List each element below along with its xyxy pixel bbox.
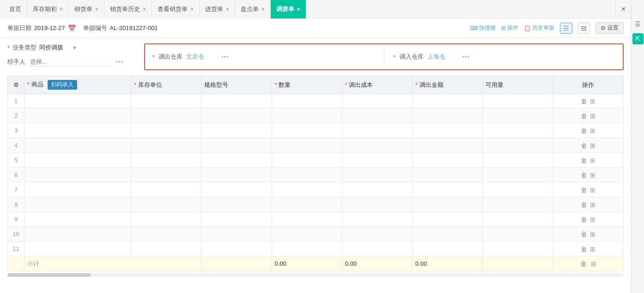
row-spec-6[interactable] bbox=[201, 168, 272, 183]
row-spec-11[interactable] bbox=[201, 242, 272, 256]
copy-icon-4[interactable]: ⊞ bbox=[590, 142, 595, 149]
row-qty-4[interactable] bbox=[272, 138, 342, 153]
row-cost-4[interactable] bbox=[342, 138, 412, 153]
copy-icon-11[interactable]: ⊞ bbox=[590, 245, 595, 253]
scrollbar-thumb[interactable] bbox=[7, 273, 91, 277]
row-unit-11[interactable] bbox=[131, 242, 201, 256]
row-available-6[interactable] bbox=[483, 168, 553, 183]
row-available-10[interactable] bbox=[483, 227, 553, 242]
row-qty-6[interactable] bbox=[272, 168, 342, 183]
close-purchase-order[interactable]: × bbox=[226, 6, 229, 12]
copy-icon-10[interactable]: ⊞ bbox=[590, 231, 595, 238]
copy-icon-1[interactable]: ⊞ bbox=[590, 98, 595, 105]
row-unit-9[interactable] bbox=[131, 212, 201, 227]
row-amount-3[interactable] bbox=[413, 123, 483, 138]
delete-icon-9[interactable]: 🗑 bbox=[581, 216, 587, 223]
row-amount-2[interactable] bbox=[413, 109, 483, 123]
delete-icon-8[interactable]: 🗑 bbox=[581, 201, 587, 208]
close-all-tabs[interactable]: × bbox=[615, 0, 631, 18]
row-amount-10[interactable] bbox=[413, 227, 483, 242]
row-cost-2[interactable] bbox=[342, 109, 412, 123]
subtotal-delete-icon[interactable]: 🗑 bbox=[580, 260, 587, 268]
out-warehouse-value[interactable]: 北京仓 bbox=[186, 53, 214, 61]
out-warehouse-more[interactable]: ··· bbox=[221, 53, 229, 61]
row-cost-6[interactable] bbox=[342, 168, 412, 183]
row-qty-5[interactable] bbox=[272, 153, 342, 168]
row-product-7[interactable] bbox=[24, 183, 131, 197]
setting-button[interactable]: ⚙ 设置 bbox=[595, 22, 624, 34]
row-product-8[interactable] bbox=[24, 197, 131, 212]
row-product-10[interactable] bbox=[24, 227, 131, 242]
row-amount-7[interactable] bbox=[413, 183, 483, 197]
row-product-9[interactable] bbox=[24, 212, 131, 227]
business-type-dropdown[interactable]: ▼ bbox=[72, 44, 78, 51]
sidebar-export-icon[interactable]: ⇱ bbox=[632, 33, 644, 44]
row-spec-2[interactable] bbox=[201, 109, 272, 123]
row-amount-6[interactable] bbox=[413, 168, 483, 183]
delete-icon-6[interactable]: 🗑 bbox=[581, 171, 587, 179]
row-available-1[interactable] bbox=[483, 94, 553, 109]
row-unit-5[interactable] bbox=[131, 153, 201, 168]
tab-home[interactable]: 首页 bbox=[4, 0, 27, 18]
delete-icon-1[interactable]: 🗑 bbox=[581, 98, 587, 105]
row-qty-7[interactable] bbox=[272, 183, 342, 197]
copy-icon-8[interactable]: ⊞ bbox=[590, 201, 595, 208]
row-spec-7[interactable] bbox=[201, 183, 272, 197]
layout-btn-1[interactable]: ☰ bbox=[560, 23, 572, 34]
row-available-11[interactable] bbox=[483, 242, 553, 256]
operations-link[interactable]: ⊞ 操作 bbox=[501, 24, 518, 32]
delete-icon-5[interactable]: 🗑 bbox=[581, 157, 587, 164]
row-available-3[interactable] bbox=[483, 123, 553, 138]
row-cost-10[interactable] bbox=[342, 227, 412, 242]
copy-icon-3[interactable]: ⊞ bbox=[590, 127, 595, 134]
row-cost-7[interactable] bbox=[342, 183, 412, 197]
row-amount-1[interactable] bbox=[413, 94, 483, 109]
history-link[interactable]: 📋 历史单据 bbox=[524, 24, 554, 32]
row-unit-8[interactable] bbox=[131, 197, 201, 212]
in-warehouse-value[interactable]: 上海仓 bbox=[427, 53, 455, 61]
row-unit-1[interactable] bbox=[131, 94, 201, 109]
row-amount-8[interactable] bbox=[413, 197, 483, 212]
close-sales-history[interactable]: × bbox=[143, 6, 146, 12]
row-cost-5[interactable] bbox=[342, 153, 412, 168]
tab-sales-history[interactable]: 销货单历史 × bbox=[104, 0, 152, 18]
row-qty-2[interactable] bbox=[272, 109, 342, 123]
in-warehouse-more[interactable]: ··· bbox=[462, 53, 470, 61]
row-amount-5[interactable] bbox=[413, 153, 483, 168]
row-available-2[interactable] bbox=[483, 109, 553, 123]
row-spec-1[interactable] bbox=[201, 94, 272, 109]
sidebar-list-icon[interactable]: ☰ bbox=[632, 18, 644, 30]
layout-btn-2[interactable]: ⊟ bbox=[578, 23, 590, 34]
row-unit-7[interactable] bbox=[131, 183, 201, 197]
tab-purchase-order[interactable]: 进货单 × bbox=[200, 0, 235, 18]
row-unit-2[interactable] bbox=[131, 109, 201, 123]
row-unit-10[interactable] bbox=[131, 227, 201, 242]
row-product-2[interactable] bbox=[24, 109, 131, 123]
row-cost-8[interactable] bbox=[342, 197, 412, 212]
tab-view-sales[interactable]: 查看销货单 × bbox=[152, 0, 200, 18]
row-spec-5[interactable] bbox=[201, 153, 272, 168]
row-qty-10[interactable] bbox=[272, 227, 342, 242]
row-cost-1[interactable] bbox=[342, 94, 412, 109]
row-available-7[interactable] bbox=[483, 183, 553, 197]
row-amount-9[interactable] bbox=[413, 212, 483, 227]
row-spec-8[interactable] bbox=[201, 197, 272, 212]
row-product-1[interactable] bbox=[24, 94, 131, 109]
close-inventory-check[interactable]: × bbox=[261, 6, 265, 12]
subtotal-copy-icon[interactable]: ⊞ bbox=[591, 260, 596, 268]
copy-icon-7[interactable]: ⊞ bbox=[590, 186, 595, 194]
row-available-5[interactable] bbox=[483, 153, 553, 168]
scan-btn[interactable]: 扫码录入 bbox=[48, 80, 77, 90]
close-inventory-init[interactable]: × bbox=[60, 6, 63, 12]
delete-icon-11[interactable]: 🗑 bbox=[581, 245, 587, 253]
row-product-5[interactable] bbox=[24, 153, 131, 168]
row-amount-11[interactable] bbox=[413, 242, 483, 256]
tab-sales-order[interactable]: 销货单 × bbox=[69, 0, 104, 18]
row-spec-10[interactable] bbox=[201, 227, 272, 242]
row-product-4[interactable] bbox=[24, 138, 131, 153]
copy-icon-9[interactable]: ⊞ bbox=[590, 216, 595, 223]
tab-transfer-order[interactable]: 调拨单 × bbox=[271, 0, 306, 18]
row-unit-4[interactable] bbox=[131, 138, 201, 153]
row-qty-9[interactable] bbox=[272, 212, 342, 227]
delete-icon-10[interactable]: 🗑 bbox=[581, 231, 587, 238]
